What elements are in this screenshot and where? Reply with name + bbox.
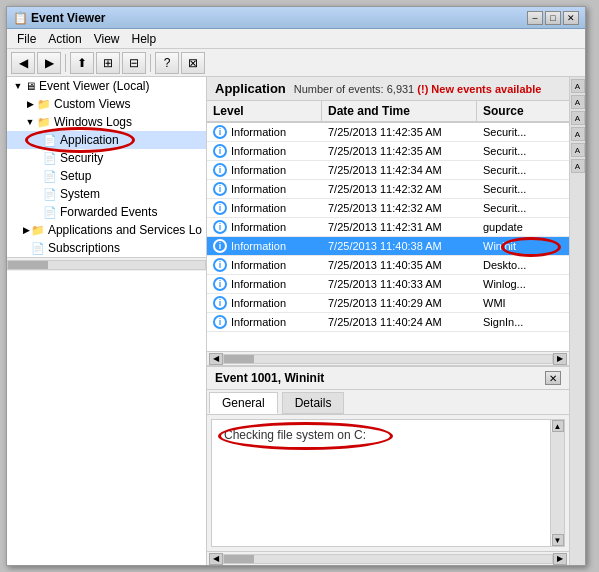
title-bar: 📋 Event Viewer – □ ✕ xyxy=(7,7,585,29)
table-row[interactable]: i Information 7/25/2013 11:40:35 AM Desk… xyxy=(207,256,569,275)
right-side-panel: A A A A A A xyxy=(569,77,585,565)
sidebar-item-label: Windows Logs xyxy=(54,115,132,129)
sidebar-item-security[interactable]: 📄 Security xyxy=(7,149,206,167)
menu-view[interactable]: View xyxy=(88,30,126,48)
export-button[interactable]: ⊠ xyxy=(181,52,205,74)
scroll-thumb[interactable] xyxy=(224,355,254,363)
sidebar-scroll-thumb[interactable] xyxy=(8,261,48,269)
right-panel: Application Number of events: 6,931 (!) … xyxy=(207,77,569,565)
table-row[interactable]: i Information 7/25/2013 11:42:35 AM Secu… xyxy=(207,142,569,161)
menu-bar: File Action View Help xyxy=(7,29,585,49)
minimize-button[interactable]: – xyxy=(527,11,543,25)
sidebar-item-event-viewer[interactable]: ▼ 🖥 Event Viewer (Local) xyxy=(7,77,206,95)
tab-details[interactable]: Details xyxy=(282,392,345,414)
panel-count: Number of events: 6,931 (!) New events a… xyxy=(294,83,542,95)
expand-icon: ▼ xyxy=(11,79,25,93)
detail-message: Checking file system on C: xyxy=(224,428,366,442)
sidebar-item-setup[interactable]: 📄 Setup xyxy=(7,167,206,185)
col-header-source[interactable]: Source xyxy=(477,101,569,121)
scroll-track2[interactable] xyxy=(223,554,553,564)
cell-datetime: 7/25/2013 11:42:32 AM xyxy=(322,181,477,197)
table-row[interactable]: i Information 7/25/2013 11:42:32 AM Secu… xyxy=(207,180,569,199)
sidebar-item-subscriptions[interactable]: 📄 Subscriptions xyxy=(7,239,206,257)
sidebar-item-windows-logs[interactable]: ▼ 📁 Windows Logs xyxy=(7,113,206,131)
table-row[interactable]: i Information 7/25/2013 11:40:29 AM WMI xyxy=(207,294,569,313)
detail-scrollbar-h[interactable]: ◀ ▶ xyxy=(207,551,569,565)
table-row[interactable]: i Information 7/25/2013 11:42:31 AM gupd… xyxy=(207,218,569,237)
sidebar-item-application[interactable]: 📄 Application xyxy=(7,131,206,149)
maximize-button[interactable]: □ xyxy=(545,11,561,25)
cell-source: Securit... xyxy=(477,181,569,197)
scroll-right-btn[interactable]: ▶ xyxy=(553,353,567,365)
menu-file[interactable]: File xyxy=(11,30,42,48)
events-table[interactable]: Level Date and Time Source i Information… xyxy=(207,101,569,351)
info-icon: i xyxy=(213,258,227,272)
show-hide-button[interactable]: ⊞ xyxy=(96,52,120,74)
expand-icon xyxy=(35,151,43,165)
up-button[interactable]: ⬆ xyxy=(70,52,94,74)
side-icon-1[interactable]: A xyxy=(571,79,585,93)
side-icon-4[interactable]: A xyxy=(571,127,585,141)
help-button[interactable]: ? xyxy=(155,52,179,74)
table-row-selected[interactable]: i Information 7/25/2013 11:40:38 AM Wini… xyxy=(207,237,569,256)
menu-action[interactable]: Action xyxy=(42,30,87,48)
panel-header: Application Number of events: 6,931 (!) … xyxy=(207,77,569,101)
cell-source: Securit... xyxy=(477,162,569,178)
cell-datetime: 7/25/2013 11:40:33 AM xyxy=(322,276,477,292)
sidebar: ▼ 🖥 Event Viewer (Local) ▶ 📁 Custom View… xyxy=(7,77,207,565)
folder-icon: 📁 xyxy=(37,98,51,111)
scroll-left-btn[interactable]: ◀ xyxy=(209,353,223,365)
sidebar-item-forwarded[interactable]: 📄 Forwarded Events xyxy=(7,203,206,221)
sidebar-item-label: Subscriptions xyxy=(48,241,120,255)
detail-close-button[interactable]: ✕ xyxy=(545,371,561,385)
scroll-left-btn2[interactable]: ◀ xyxy=(209,553,223,565)
sidebar-item-system[interactable]: 📄 System xyxy=(7,185,206,203)
expand-icon xyxy=(35,205,43,219)
col-header-level[interactable]: Level xyxy=(207,101,322,121)
table-row[interactable]: i Information 7/25/2013 11:40:24 AM Sign… xyxy=(207,313,569,332)
scroll-right-btn2[interactable]: ▶ xyxy=(553,553,567,565)
side-icon-3[interactable]: A xyxy=(571,111,585,125)
expand-icon xyxy=(35,169,43,183)
main-content: ▼ 🖥 Event Viewer (Local) ▶ 📁 Custom View… xyxy=(7,77,585,565)
folder-icon: 📁 xyxy=(31,224,45,237)
sidebar-item-label: System xyxy=(60,187,100,201)
detail-title: Event 1001, Wininit xyxy=(215,371,324,385)
detail-header: Event 1001, Wininit ✕ xyxy=(207,367,569,390)
close-button[interactable]: ✕ xyxy=(563,11,579,25)
folder-icon: 🖥 xyxy=(25,80,36,92)
cell-level: i Information xyxy=(207,294,322,312)
properties-button[interactable]: ⊟ xyxy=(122,52,146,74)
scroll-down-btn[interactable]: ▼ xyxy=(552,534,564,546)
info-icon: i xyxy=(213,296,227,310)
table-row[interactable]: i Information 7/25/2013 11:40:33 AM Winl… xyxy=(207,275,569,294)
expand-icon: ▶ xyxy=(23,223,31,237)
cell-datetime: 7/25/2013 11:42:32 AM xyxy=(322,200,477,216)
sidebar-item-app-services[interactable]: ▶ 📁 Applications and Services Lo xyxy=(7,221,206,239)
menu-help[interactable]: Help xyxy=(126,30,163,48)
sidebar-item-label: Application xyxy=(60,133,119,147)
scroll-track[interactable] xyxy=(223,354,553,364)
sidebar-item-custom-views[interactable]: ▶ 📁 Custom Views xyxy=(7,95,206,113)
cell-source: Winlog... xyxy=(477,276,569,292)
info-icon: i xyxy=(213,239,227,253)
forward-button[interactable]: ▶ xyxy=(37,52,61,74)
cell-source: Wininit xyxy=(477,238,569,254)
back-button[interactable]: ◀ xyxy=(11,52,35,74)
file-icon: 📄 xyxy=(31,242,45,255)
side-icon-6[interactable]: A xyxy=(571,159,585,173)
tab-general[interactable]: General xyxy=(209,392,278,414)
scroll-thumb2[interactable] xyxy=(224,555,254,563)
side-icon-2[interactable]: A xyxy=(571,95,585,109)
cell-level: i Information xyxy=(207,161,322,179)
table-row[interactable]: i Information 7/25/2013 11:42:35 AM Secu… xyxy=(207,123,569,142)
col-header-datetime[interactable]: Date and Time xyxy=(322,101,477,121)
side-icon-5[interactable]: A xyxy=(571,143,585,157)
cell-datetime: 7/25/2013 11:42:35 AM xyxy=(322,124,477,140)
detail-content[interactable]: ▲ ▼ Checking file system on C: xyxy=(211,419,565,547)
table-row[interactable]: i Information 7/25/2013 11:42:32 AM Secu… xyxy=(207,199,569,218)
expand-icon xyxy=(23,241,31,255)
table-row[interactable]: i Information 7/25/2013 11:42:34 AM Secu… xyxy=(207,161,569,180)
table-scrollbar-h[interactable]: ◀ ▶ xyxy=(207,351,569,365)
sidebar-scrollbar[interactable] xyxy=(7,257,206,271)
